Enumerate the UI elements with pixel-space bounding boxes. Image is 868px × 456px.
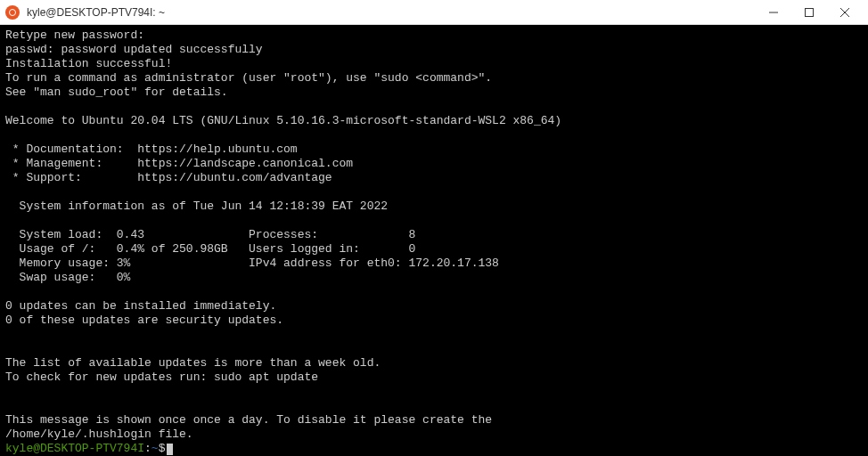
terminal-cursor [167, 444, 173, 455]
svg-rect-1 [806, 8, 814, 16]
prompt-path: ~ [151, 442, 159, 455]
window-title: kyle@DESKTOP-PTV794I: ~ [27, 6, 756, 19]
close-button[interactable] [827, 0, 863, 25]
prompt-separator: : [144, 442, 151, 455]
maximize-button[interactable] [791, 0, 827, 25]
titlebar[interactable]: kyle@DESKTOP-PTV794I: ~ [0, 0, 868, 25]
terminal-output[interactable]: Retype new password: passwd: password up… [0, 25, 868, 456]
ubuntu-icon [5, 5, 20, 20]
minimize-button[interactable] [756, 0, 791, 25]
window-controls [756, 0, 863, 25]
prompt-symbol: $ [159, 442, 166, 455]
terminal-window: kyle@DESKTOP-PTV794I: ~ Retype new passw… [0, 0, 868, 456]
prompt-user-host: kyle@DESKTOP-PTV794I [5, 442, 144, 455]
